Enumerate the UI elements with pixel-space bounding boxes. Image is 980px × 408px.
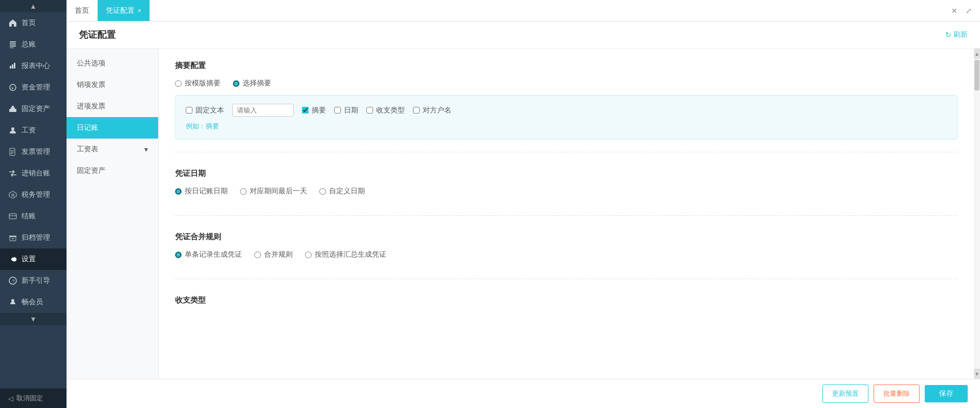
- svg-rect-2: [10, 46, 16, 47]
- voucher-date-title: 凭证日期: [175, 169, 957, 178]
- summary-template-radio[interactable]: 按模版摘要: [175, 79, 221, 88]
- tab-close-icon[interactable]: ×: [138, 7, 141, 14]
- tab-home[interactable]: 首页: [67, 0, 98, 21]
- svg-text:税: 税: [11, 193, 15, 197]
- left-nav-payroll[interactable]: 工资表 ▾: [67, 139, 158, 160]
- member-icon: [8, 298, 17, 307]
- summary-example: 例如：摘要: [186, 122, 947, 131]
- archive-icon: [8, 233, 17, 242]
- summary-checkboxes: 固定文本 摘要 日期: [186, 104, 947, 117]
- right-panel[interactable]: 摘要配置 按模版摘要 选择摘要: [159, 49, 974, 379]
- svg-rect-12: [11, 152, 14, 152]
- salary-icon: [8, 126, 17, 135]
- cancel-pin-button[interactable]: ◁ 取消固定: [0, 389, 67, 408]
- svg-text:?: ?: [12, 279, 15, 284]
- income-expense-section: 收支类型: [175, 296, 957, 326]
- summary-section: 摘要配置 按模版摘要 选择摘要: [175, 61, 957, 152]
- sidebar-item-report[interactable]: 报表中心: [0, 55, 67, 77]
- svg-rect-8: [12, 106, 14, 108]
- merge-rules-section: 凭证合并规则 单条记录生成凭证 合并规则 按照选择汇总生成凭证: [175, 232, 957, 279]
- summary-generate-radio[interactable]: 按照选择汇总生成凭证: [305, 250, 386, 259]
- page-header: 凭证配置 ↻ 刷新: [67, 21, 980, 49]
- left-nav-journal[interactable]: 日记账: [67, 117, 158, 139]
- scroll-down-btn[interactable]: ▼: [974, 369, 980, 379]
- date-checkbox[interactable]: 日期: [334, 106, 358, 115]
- maximize-window-button[interactable]: ⤢: [964, 6, 974, 16]
- left-nav-purchase-invoice[interactable]: 进项发票: [67, 96, 158, 117]
- summary-title: 摘要配置: [175, 61, 957, 71]
- guide-icon: ?: [8, 276, 17, 285]
- voucher-date-section: 凭证日期 按日记账日期 对应期间最后一天 自定义日期: [175, 169, 957, 216]
- tab-bar: 首页 凭证配置 × ✕ ⤢: [67, 0, 980, 21]
- sidebar-scroll-up[interactable]: ▲: [0, 0, 67, 12]
- content-area: 凭证配置 ↻ 刷新 公共选项 销项发票 进项发票 日记账: [67, 21, 980, 408]
- tab-voucher-config[interactable]: 凭证配置 ×: [98, 0, 150, 21]
- sidebar-item-settings[interactable]: 设置: [0, 248, 67, 270]
- sidebar-item-invoice[interactable]: 发票管理: [0, 141, 67, 163]
- period-last-day-radio[interactable]: 对应期间最后一天: [240, 187, 307, 196]
- left-nav-fixed-asset[interactable]: 固定资产: [67, 160, 158, 182]
- sidebar-item-member[interactable]: 畅会员: [0, 291, 67, 313]
- trade-icon: [8, 169, 17, 178]
- sidebar-item-salary[interactable]: 工资: [0, 120, 67, 141]
- sidebar-scroll-down[interactable]: ▼: [0, 313, 67, 325]
- fixed-text-checkbox[interactable]: 固定文本: [186, 106, 224, 115]
- tab-actions: ✕ ⤢: [949, 6, 980, 16]
- income-type-checkbox[interactable]: 收支类型: [366, 106, 405, 115]
- svg-point-9: [11, 127, 14, 130]
- refresh-icon: ↻: [945, 31, 951, 39]
- sidebar-item-tax[interactable]: 税 税务管理: [0, 184, 67, 206]
- svg-rect-13: [11, 153, 13, 154]
- home-icon: [8, 18, 17, 28]
- svg-rect-11: [11, 150, 14, 151]
- custom-date-radio[interactable]: 自定义日期: [319, 187, 365, 196]
- scroll-thumb[interactable]: [974, 60, 979, 90]
- bottom-action-bar: 更新预置 批量删除 保存: [67, 379, 980, 408]
- sidebar-item-ledger[interactable]: 总账: [0, 34, 67, 55]
- ledger-icon: [8, 40, 17, 49]
- sidebar: ▲ 首页 总账 报表中心 ¥ 资金管理 固定资产 工资: [0, 0, 67, 408]
- page-title: 凭证配置: [79, 29, 116, 41]
- svg-point-22: [11, 299, 14, 302]
- svg-rect-19: [12, 238, 14, 239]
- journal-date-radio[interactable]: 按日记账日期: [175, 187, 228, 196]
- summary-config-box: 固定文本 摘要 日期: [175, 95, 957, 140]
- merge-rule-radio[interactable]: 合并规则: [254, 250, 293, 259]
- main-area: 首页 凭证配置 × ✕ ⤢ 凭证配置 ↻ 刷新 公共选项: [67, 0, 980, 408]
- close-account-icon: [8, 212, 17, 221]
- income-expense-title: 收支类型: [175, 296, 957, 305]
- sidebar-item-asset[interactable]: 固定资产: [0, 98, 67, 120]
- update-preview-button[interactable]: 更新预置: [822, 384, 868, 403]
- report-icon: [8, 61, 17, 71]
- svg-text:¥: ¥: [11, 86, 14, 90]
- fixed-text-input[interactable]: [232, 104, 294, 117]
- merge-rules-title: 凭证合并规则: [175, 232, 957, 242]
- sidebar-item-home[interactable]: 首页: [0, 12, 67, 34]
- settings-icon: [8, 255, 17, 264]
- sidebar-item-close-account[interactable]: 结账: [0, 206, 67, 227]
- summary-checkbox[interactable]: 摘要: [302, 106, 326, 115]
- voucher-date-radio-group: 按日记账日期 对应期间最后一天 自定义日期: [175, 187, 957, 196]
- left-nav: 公共选项 销项发票 进项发票 日记账 工资表 ▾ 固定资产: [67, 49, 159, 379]
- single-record-radio[interactable]: 单条记录生成凭证: [175, 250, 242, 259]
- svg-rect-15: [9, 214, 16, 219]
- save-button[interactable]: 保存: [925, 385, 968, 402]
- left-nav-sales-invoice[interactable]: 销项发票: [67, 74, 158, 96]
- refresh-button[interactable]: ↻ 刷新: [945, 30, 968, 39]
- svg-rect-1: [10, 43, 16, 44]
- expand-icon: ▾: [144, 145, 148, 153]
- svg-rect-3: [10, 48, 14, 48]
- batch-delete-button[interactable]: 批量删除: [874, 384, 920, 403]
- svg-rect-0: [10, 41, 16, 42]
- left-nav-public[interactable]: 公共选项: [67, 53, 158, 74]
- sidebar-item-trade[interactable]: 进销台账: [0, 163, 67, 184]
- tax-icon: 税: [8, 190, 17, 199]
- sidebar-item-guide[interactable]: ? 新手引导: [0, 270, 67, 291]
- close-window-button[interactable]: ✕: [949, 6, 960, 16]
- scrollbar[interactable]: ▲ ▼: [974, 49, 980, 379]
- scroll-up-btn[interactable]: ▲: [974, 49, 980, 59]
- summary-choose-radio[interactable]: 选择摘要: [233, 79, 271, 88]
- sidebar-item-archive[interactable]: 归档管理: [0, 227, 67, 248]
- counterpart-name-checkbox[interactable]: 对方户名: [413, 106, 451, 115]
- sidebar-item-fund[interactable]: ¥ 资金管理: [0, 77, 67, 98]
